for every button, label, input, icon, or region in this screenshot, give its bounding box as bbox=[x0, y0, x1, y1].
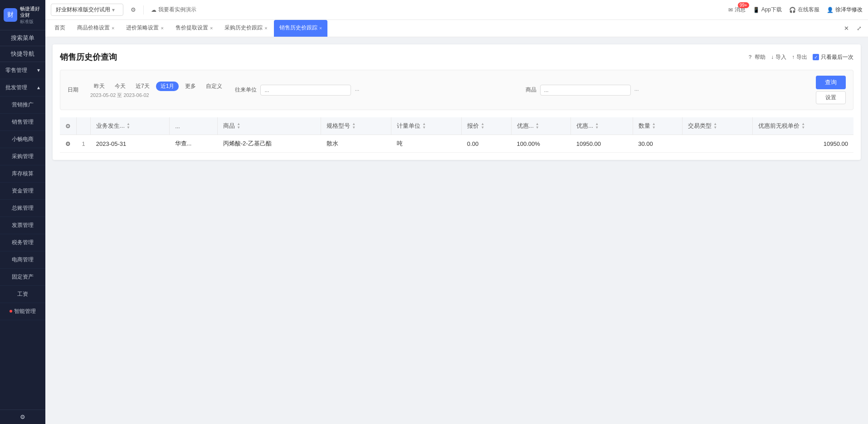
divider bbox=[143, 5, 144, 14]
sort-icon: ▲▼ bbox=[422, 122, 426, 130]
row-qty-cell: 30.00 bbox=[633, 135, 683, 153]
row-spec: 散水 bbox=[327, 140, 338, 147]
sidebar-item-quick-nav[interactable]: 快捷导航 bbox=[0, 46, 45, 62]
col-more-label: ... bbox=[175, 123, 180, 130]
sidebar-item-smart-mgmt[interactable]: 智能管理 bbox=[0, 303, 45, 320]
help-link[interactable]: ？ 帮助 bbox=[747, 53, 766, 61]
product-more-icon[interactable]: ··· bbox=[634, 87, 639, 93]
close-icon[interactable]: × bbox=[112, 25, 114, 31]
retail-mgmt-label: 零售管理 bbox=[5, 67, 27, 74]
close-window-button[interactable]: ✕ bbox=[841, 23, 852, 34]
row-pretax-price-cell: 10950.00 bbox=[753, 135, 853, 153]
date-btn-1month[interactable]: 近1月 bbox=[156, 82, 179, 91]
tab-sale-history[interactable]: 销售历史价跟踪 × bbox=[274, 20, 327, 37]
help-label: 帮助 bbox=[755, 53, 766, 61]
gear-icon: ⚙ bbox=[65, 140, 71, 147]
user-menu-button[interactable]: 👤 徐泽华修改 bbox=[827, 6, 863, 14]
sidebar-item-payroll[interactable]: 工资 bbox=[0, 286, 45, 303]
col-price[interactable]: 报价 ▲▼ bbox=[462, 117, 512, 135]
maximize-window-button[interactable]: ⤢ bbox=[853, 23, 864, 34]
col-product[interactable]: 商品 ▲▼ bbox=[218, 117, 321, 135]
smart-mgmt-dot bbox=[10, 310, 12, 313]
sidebar-item-sales-mgmt[interactable]: 销售管理 bbox=[0, 114, 45, 131]
marketing-label: 营销推广 bbox=[12, 101, 34, 109]
sidebar-item-finance-mgmt[interactable]: 资金管理 bbox=[0, 183, 45, 200]
col-pretax-price[interactable]: 优惠前无税单价 ▲▼ bbox=[753, 117, 853, 135]
date-btn-7days[interactable]: 近7天 bbox=[132, 82, 153, 91]
demo-link[interactable]: ☁ 我要看实例演示 bbox=[151, 6, 196, 14]
sidebar-item-inventory[interactable]: 库存核算 bbox=[0, 165, 45, 183]
date-btn-custom[interactable]: 自定义 bbox=[202, 82, 226, 91]
table-area: ⚙ 业务发生... ▲▼ ... bbox=[60, 117, 853, 153]
sidebar-item-invoice-mgmt[interactable]: 发票管理 bbox=[0, 217, 45, 234]
tab-purchase-history[interactable]: 采购历史价跟踪 × bbox=[219, 20, 273, 37]
tab-purchase-strategy[interactable]: 进价策略设置 × bbox=[121, 20, 169, 37]
query-button[interactable]: 查询 bbox=[816, 76, 846, 89]
col-biz-date-label: 业务发生... bbox=[96, 122, 125, 130]
col-biz-date[interactable]: 业务发生... ▲▼ bbox=[91, 117, 170, 135]
settings-button[interactable]: 设置 bbox=[816, 91, 846, 104]
col-qty[interactable]: 数量 ▲▼ bbox=[633, 117, 683, 135]
tab-home[interactable]: 首页 bbox=[49, 20, 71, 37]
wholesale-mgmt-label: 批发管理 bbox=[5, 84, 27, 92]
sidebar-item-ecomm-mgmt[interactable]: 电商管理 bbox=[0, 251, 45, 269]
date-options: 昨天 今天 近7天 近1月 更多 自定义 bbox=[90, 82, 226, 91]
tab-product-price-label: 商品价格设置 bbox=[77, 24, 110, 32]
sidebar-item-tax-mgmt[interactable]: 税务管理 bbox=[0, 234, 45, 251]
date-btn-more[interactable]: 更多 bbox=[181, 82, 200, 91]
data-table: ⚙ 业务发生... ▲▼ ... bbox=[60, 117, 853, 153]
header-right: ✉ 消息 99+ 📱 App下载 🎧 在线客服 👤 徐泽华修改 bbox=[728, 6, 863, 14]
source-unit-more-icon[interactable]: ··· bbox=[355, 87, 359, 93]
sidebar-item-wholesale-mgmt[interactable]: 批发管理 ▴ bbox=[0, 79, 45, 96]
close-icon[interactable]: × bbox=[319, 25, 322, 31]
version-selector-text: 好业财标准版交付试用 bbox=[56, 6, 110, 14]
source-unit-input[interactable] bbox=[260, 85, 351, 96]
date-filter-label: 日期 bbox=[68, 86, 81, 94]
general-ledger-label: 总账管理 bbox=[12, 204, 34, 212]
tab-sale-price[interactable]: 售价提取设置 × bbox=[170, 20, 218, 37]
product-filter-input[interactable] bbox=[540, 85, 631, 96]
app-download-button[interactable]: 📱 App下载 bbox=[753, 6, 782, 14]
page-actions: ？ 帮助 ↓ 导入 ↑ 导出 ✓ 只看最后一次 bbox=[747, 53, 853, 61]
col-discount1[interactable]: 优惠... ▲▼ bbox=[512, 117, 571, 135]
close-icon[interactable]: × bbox=[161, 25, 163, 31]
date-btn-today[interactable]: 今天 bbox=[111, 82, 129, 91]
date-btn-yesterday[interactable]: 昨天 bbox=[90, 82, 108, 91]
header-settings-button[interactable]: ⚙ bbox=[127, 4, 140, 16]
col-unit[interactable]: 计量单位 ▲▼ bbox=[391, 117, 462, 135]
table-row[interactable]: ⚙ 1 2023-05-31 华查... bbox=[60, 135, 853, 153]
message-button[interactable]: ✉ 消息 99+ bbox=[728, 6, 746, 14]
tab-sale-price-label: 售价提取设置 bbox=[176, 24, 208, 32]
col-index bbox=[77, 117, 91, 135]
only-last-checkbox-label[interactable]: ✓ 只看最后一次 bbox=[813, 53, 853, 61]
version-selector[interactable]: 好业财标准版交付试用 ▾ bbox=[51, 4, 123, 16]
online-service-button[interactable]: 🎧 在线客服 bbox=[789, 6, 819, 14]
col-spec[interactable]: 规格型号 ▲▼ bbox=[321, 117, 391, 135]
close-icon[interactable]: × bbox=[210, 25, 213, 31]
tab-product-price[interactable]: 商品价格设置 × bbox=[72, 20, 120, 37]
import-link[interactable]: ↓ 导入 bbox=[771, 53, 786, 61]
sidebar-item-marketing[interactable]: 营销推广 bbox=[0, 96, 45, 114]
row-unit-cell: 吨 bbox=[391, 135, 462, 153]
sidebar-item-purchase-mgmt[interactable]: 采购管理 bbox=[0, 148, 45, 165]
chevron-down-icon: ▾ bbox=[37, 67, 40, 73]
gear-icon: ⚙ bbox=[65, 123, 71, 130]
row-spec-cell: 散水 bbox=[321, 135, 391, 153]
sidebar-item-search-menu[interactable]: 搜索菜单 bbox=[0, 30, 45, 46]
sidebar-item-ecomm-small[interactable]: 小畅电商 bbox=[0, 131, 45, 148]
sidebar-item-fixed-assets[interactable]: 固定资产 bbox=[0, 269, 45, 286]
sort-icon: ▲▼ bbox=[801, 122, 805, 130]
sidebar-settings-button[interactable]: ⚙ bbox=[0, 410, 45, 424]
col-product-label: 商品 bbox=[223, 122, 235, 130]
chevron-down-icon: ▾ bbox=[112, 7, 115, 13]
service-label: 在线客服 bbox=[798, 6, 819, 14]
col-spec-label: 规格型号 bbox=[327, 122, 350, 130]
user-icon: 👤 bbox=[827, 7, 834, 13]
sidebar-item-general-ledger[interactable]: 总账管理 bbox=[0, 200, 45, 217]
close-icon[interactable]: × bbox=[264, 25, 267, 31]
sidebar-item-retail-mgmt[interactable]: 零售管理 ▾ bbox=[0, 62, 45, 79]
only-last-label: 只看最后一次 bbox=[821, 53, 853, 61]
col-discount2[interactable]: 优惠... ▲▼ bbox=[571, 117, 633, 135]
export-link[interactable]: ↑ 导出 bbox=[792, 53, 807, 61]
col-trade-type[interactable]: 交易类型 ▲▼ bbox=[683, 117, 753, 135]
